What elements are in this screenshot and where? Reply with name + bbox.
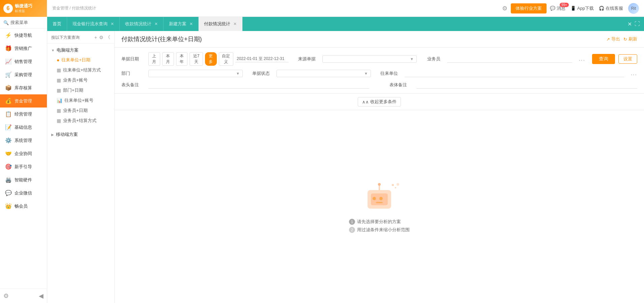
body-note-input[interactable] <box>416 81 637 89</box>
partner-ellipsis[interactable]: ... <box>631 70 637 77</box>
source-select-arrow: ▼ <box>410 57 414 61</box>
panel-collapse-icon[interactable]: 《 <box>106 34 110 40</box>
page-title: 付款情况统计(往来单位+日期) <box>121 35 606 43</box>
nav-item-finance[interactable]: 💰 资金管理 <box>0 94 47 108</box>
tab-receipt-stat[interactable]: 收款情况统计 ✕ <box>120 17 164 31</box>
nav-icon-sales: 📈 <box>5 58 12 65</box>
panel-settings-icon[interactable]: ⚙ <box>99 35 104 40</box>
tab-payment-stat[interactable]: 付款情况统计 ✕ <box>199 17 242 31</box>
header-settings-icon[interactable]: ⚙ <box>502 5 507 12</box>
scheme-item-unit-date[interactable]: ● 往来单位+日期 <box>47 55 114 65</box>
export-icon: ↗ <box>606 37 610 42</box>
source-label: 来源单据 <box>295 56 316 62</box>
partner-label: 往来单位 <box>378 70 398 77</box>
trial-button[interactable]: 体验行业方案 <box>511 3 547 13</box>
mobile-group-title[interactable]: ▶ 移动端方案 <box>47 130 114 139</box>
nav-item-basic-info[interactable]: 📝 基础信息 <box>0 121 47 134</box>
empty-tip-1: 1 请先选择要分析的方案 <box>349 219 410 225</box>
nav-item-quick-nav[interactable]: ⚡ 快捷导航 <box>0 29 47 42</box>
tab-bank-flow[interactable]: 现金银行流水查询 ✕ <box>67 17 120 31</box>
svg-point-3 <box>379 197 383 200</box>
date-btn-last-month[interactable]: 上月 <box>148 52 160 66</box>
scheme-item-staff-date[interactable]: ▦ 业务员+日期 <box>47 105 114 116</box>
nav-item-sales[interactable]: 📈 销售管理 <box>0 55 47 68</box>
scheme-item-unit-settle[interactable]: ▦ 往来单位+结算方式 <box>47 65 114 75</box>
scheme-item-staff-account[interactable]: ▦ 业务员+账号 <box>47 75 114 85</box>
scheme-item-dept-date[interactable]: ▦ 部门+日期 <box>47 85 114 95</box>
nav-item-guide[interactable]: 🎯 新手引导 <box>0 160 47 173</box>
nav-item-marketing[interactable]: 🎁 营销推广 <box>0 42 47 55</box>
empty-state: 1 请先选择要分析的方案 2 用过滤条件来缩小分析范围 <box>115 110 644 303</box>
tab-close-bank-flow[interactable]: ✕ <box>111 22 114 26</box>
body-note-label: 表体备注 <box>389 82 410 88</box>
logo-icon: 6 <box>3 4 13 13</box>
nav-item-purchase[interactable]: 🛒 采购管理 <box>0 68 47 81</box>
staff-input[interactable] <box>447 55 572 63</box>
date-btn-custom[interactable]: 自定义 <box>219 52 233 66</box>
nav-item-inventory[interactable]: 📦 库存核算 <box>0 81 47 94</box>
panel-title: 按以下方案查询 <box>51 35 92 40</box>
empty-illustration <box>359 178 400 212</box>
online-service-button[interactable]: 🎧 在线客服 <box>599 5 623 11</box>
svg-point-6 <box>395 187 396 188</box>
nav-icon-finance: 💰 <box>5 98 12 104</box>
scheme-icon-staff-account: ▦ <box>57 78 61 83</box>
user-avatar[interactable]: Rit <box>628 3 639 14</box>
date-range-input[interactable] <box>235 56 289 62</box>
dept-select[interactable]: ▼ <box>148 70 243 77</box>
scheme-icon-staff-settle: ▦ <box>57 118 61 123</box>
desktop-group-title[interactable]: ▼ 电脑端方案 <box>47 46 114 55</box>
scheme-item-unit-account[interactable]: 📊 往来单位+账号 <box>47 95 114 105</box>
sidebar: 6 畅捷通巧 标准版 🔍 搜索菜单 ⚡ 快捷导航 🎁 营销推广 📈 销售管理 🛒… <box>0 0 47 303</box>
nav-item-member[interactable]: 👑 畅会员 <box>0 200 47 213</box>
window-close-icon[interactable]: ✕ <box>627 21 632 27</box>
panel-header-icons: + ⚙ 《 <box>94 34 110 40</box>
staff-ellipsis[interactable]: ... <box>579 56 585 62</box>
date-btn-more[interactable]: 更多 <box>205 52 217 66</box>
tab-close-new-scheme[interactable]: ✕ <box>189 22 193 26</box>
refresh-icon: ↻ <box>623 37 627 42</box>
empty-svg <box>359 178 400 212</box>
message-icon: 💬 <box>550 6 555 11</box>
app-download-button[interactable]: 📱 App下载 <box>570 5 594 11</box>
nav-item-enterprise[interactable]: 🤝 企业协同 <box>0 147 47 160</box>
source-select[interactable]: ▼ <box>322 55 417 63</box>
scheme-item-staff-settle[interactable]: ▦ 业务员+结算方式 <box>47 116 114 126</box>
search-menu[interactable]: 🔍 搜索菜单 <box>0 17 47 29</box>
collapse-more-area: ∧∧ 收起更多条件 <box>115 94 644 110</box>
query-button[interactable]: 查询 <box>592 54 615 64</box>
date-btn-this-month[interactable]: 本月 <box>162 52 174 66</box>
header-note-input[interactable] <box>148 81 369 89</box>
dept-select-arrow: ▼ <box>236 71 240 75</box>
messages-button[interactable]: 💬 消息 99+ <box>550 5 565 11</box>
nav-item-wechat[interactable]: 💬 企业微信 <box>0 186 47 200</box>
nav-item-hardware[interactable]: 🖨️ 智能硬件 <box>0 173 47 186</box>
window-expand-icon[interactable]: ⛶ <box>635 21 640 27</box>
date-btn-this-year[interactable]: 本年 <box>176 52 188 66</box>
svg-rect-8 <box>379 185 380 190</box>
filter-row-2: 部门 ▼ 单据状态 ▼ 往来单位 ... <box>121 70 637 77</box>
window-controls: ✕ ⛶ <box>623 17 644 31</box>
sidebar-collapse-icon[interactable]: ◀ <box>39 292 43 300</box>
doc-status-arrow: ▼ <box>364 71 368 75</box>
refresh-button[interactable]: ↻ 刷新 <box>623 36 637 42</box>
logo-name: 畅捷通巧 <box>15 3 32 9</box>
doc-status-label: 单据状态 <box>250 70 270 77</box>
nav-item-system[interactable]: ⚙️ 系统管理 <box>0 134 47 147</box>
left-panel-header: 按以下方案查询 + ⚙ 《 <box>47 31 114 43</box>
nav-item-operation[interactable]: 📋 经营管理 <box>0 108 47 121</box>
doc-status-select[interactable]: ▼ <box>276 70 371 77</box>
bottom-settings-icon[interactable]: ⚙ <box>3 292 9 300</box>
tab-close-receipt-stat[interactable]: ✕ <box>154 22 158 26</box>
export-button[interactable]: ↗ 导出 <box>606 36 620 42</box>
collapse-more-button[interactable]: ∧∧ 收起更多条件 <box>358 97 401 107</box>
main-area: 资金管理 / 付款情况统计 ⚙ 体验行业方案 💬 消息 99+ 📱 App下载 … <box>47 0 644 303</box>
partner-input[interactable] <box>405 70 624 77</box>
tab-home[interactable]: 首页 <box>47 17 67 31</box>
tab-close-payment-stat[interactable]: ✕ <box>233 22 237 26</box>
tab-new-scheme[interactable]: 新建方案 ✕ <box>164 17 199 31</box>
svg-point-2 <box>373 197 376 200</box>
filter-settings-button[interactable]: 设置 <box>618 54 637 64</box>
panel-add-icon[interactable]: + <box>94 35 97 40</box>
date-btn-last-7days[interactable]: 近7天 <box>189 52 203 66</box>
